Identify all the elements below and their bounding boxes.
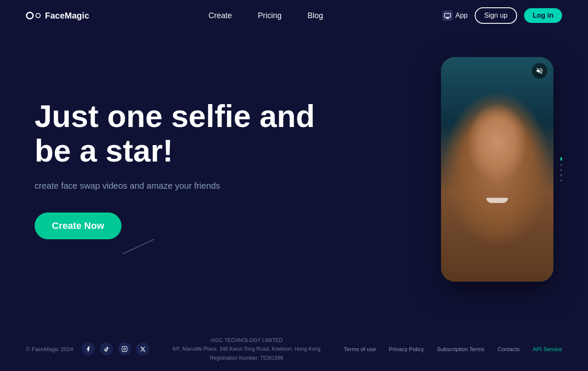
app-download-link[interactable]: App — [442, 10, 467, 21]
video-dot-1 — [560, 157, 562, 161]
hero-title-line2: be a star! — [35, 133, 173, 168]
svg-rect-0 — [444, 13, 451, 17]
footer-links: Terms of use Privacy Policy Subscription… — [344, 346, 562, 352]
social-facebook[interactable] — [82, 342, 95, 355]
create-now-button[interactable]: Create Now — [35, 212, 121, 239]
header-actions: App Sign up Log in — [442, 7, 562, 24]
nav-item-pricing[interactable]: Pricing — [258, 11, 281, 20]
copyright: © FaceMagic 2024 — [26, 346, 73, 352]
social-instagram[interactable] — [118, 342, 131, 355]
brand-name: FaceMagic — [45, 11, 89, 21]
mute-button[interactable] — [532, 63, 547, 79]
video-dot-4 — [560, 174, 562, 176]
video-progress-dots — [560, 157, 562, 181]
hero-media — [441, 57, 553, 282]
decorative-line — [122, 239, 154, 254]
signup-button[interactable]: Sign up — [475, 7, 517, 24]
logo-circle-2 — [35, 13, 41, 18]
video-background — [441, 57, 553, 282]
login-button[interactable]: Log in — [524, 8, 562, 23]
app-label: App — [455, 12, 467, 19]
social-tiktok[interactable] — [100, 342, 113, 355]
svg-rect-3 — [122, 347, 127, 352]
video-dot-5 — [560, 180, 562, 181]
footer-api-link[interactable]: API Service — [533, 346, 562, 352]
footer-contacts-link[interactable]: Contacts — [498, 346, 520, 352]
footer-terms-link[interactable]: Terms of use — [344, 346, 376, 352]
footer-privacy-link[interactable]: Privacy Policy — [389, 346, 424, 352]
hero-text: Just one selfie and be a star! create fa… — [35, 99, 315, 239]
company-registration: Registration Number: 75361996 — [173, 354, 320, 362]
main-content: Just one selfie and be a star! create fa… — [0, 31, 588, 282]
logo-circle-1 — [26, 12, 34, 19]
hero-title-line1: Just one selfie and — [35, 99, 315, 133]
nav-item-blog[interactable]: Blog — [307, 11, 323, 20]
footer-company-info: AIGC TECHNOLOGY LIMITED 6/F, Manulife Pl… — [173, 336, 320, 362]
logo-icon — [26, 12, 41, 19]
header: FaceMagic Create Pricing Blog App Sign u… — [0, 0, 588, 31]
logo[interactable]: FaceMagic — [26, 11, 89, 21]
face-portrait — [441, 57, 553, 282]
company-address: 6/F, Manulife Place, 348 Kwun Tong Road,… — [173, 345, 320, 353]
app-store-icon — [442, 10, 453, 21]
footer: © FaceMagic 2024 AIGC TECHNOLOGY LIMITED… — [0, 327, 588, 371]
hero-title: Just one selfie and be a star! — [35, 99, 315, 168]
main-nav: Create Pricing Blog — [208, 11, 323, 20]
social-links — [82, 342, 149, 355]
nav-item-create[interactable]: Create — [208, 11, 232, 20]
footer-left: © FaceMagic 2024 — [26, 342, 149, 355]
smile-overlay — [486, 198, 508, 203]
company-name: AIGC TECHNOLOGY LIMITED — [173, 336, 320, 345]
footer-subscription-link[interactable]: Subscription Terms — [437, 346, 484, 352]
svg-rect-2 — [446, 19, 449, 19]
social-twitter[interactable] — [136, 342, 149, 355]
video-dot-3 — [560, 169, 562, 171]
hero-subtitle: create face swap videos and amaze your f… — [35, 181, 315, 191]
svg-rect-1 — [446, 18, 449, 19]
video-dot-2 — [560, 164, 562, 166]
phone-mockup — [441, 57, 553, 282]
